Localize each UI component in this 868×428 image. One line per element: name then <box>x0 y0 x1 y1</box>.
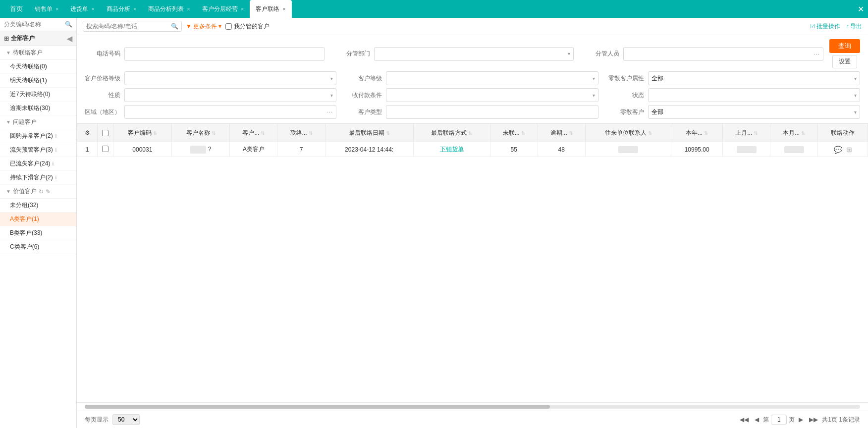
payment-select[interactable]: ▾ <box>386 88 598 102</box>
nav-product-analysis-list[interactable]: 商品分析列表 × <box>142 0 196 18</box>
sidebar-item-class-c[interactable]: C类客户(6) <box>0 240 76 254</box>
close-customer-segment-tab[interactable]: × <box>241 6 244 12</box>
close-customer-contact-tab[interactable]: × <box>282 6 285 12</box>
sidebar-item-tomorrow-pending[interactable]: 明天待联络(1) <box>0 74 76 88</box>
filter-row-4: 区域（地区） ··· 客户类型 零散客户 全部 ▾ <box>85 105 860 119</box>
row-overdue: 48 <box>538 142 585 157</box>
row-checkbox[interactable] <box>102 146 108 152</box>
sidebar-item-today-pending[interactable]: 今天待联络(0) <box>0 60 76 74</box>
sidebar-item-churn-warning[interactable]: 流失预警客户(3) ℹ <box>0 143 76 157</box>
col-customer-code[interactable]: 客户编码⇅ <box>113 124 172 142</box>
sidebar-search-icon[interactable]: 🔍 <box>65 21 72 28</box>
pagination-bar: 每页显示 50 100 200 ◀◀ ◀ 第 页 ▶ ▶▶ 共1页 1条记录 <box>77 411 868 428</box>
sidebar-item-class-a[interactable]: A类客户(1) <box>0 213 76 226</box>
edit-icon[interactable]: ✎ <box>46 188 51 195</box>
sidebar-item-unclassified[interactable]: 未分组(32) <box>0 199 76 213</box>
col-uncontacted[interactable]: 未联...⇅ <box>490 124 538 142</box>
next-page-btn[interactable]: ▶ <box>797 415 805 424</box>
sidebar-item-7days-pending[interactable]: 近7天待联络(0) <box>0 88 76 102</box>
grid-icon: ⊞ <box>4 35 9 42</box>
sidebar-item-churned[interactable]: 已流失客户(24) ℹ <box>0 157 76 171</box>
sidebar-item-class-b[interactable]: B类客户(33) <box>0 226 76 240</box>
col-this-month[interactable]: 本月...⇅ <box>770 124 818 142</box>
col-last-month[interactable]: 上月...⇅ <box>723 124 770 142</box>
sidebar-search-input[interactable] <box>4 21 65 28</box>
col-contact-count[interactable]: 联络...⇅ <box>277 124 325 142</box>
my-customers-checkbox[interactable] <box>225 23 232 30</box>
contact-icon[interactable]: 💬 <box>834 146 842 154</box>
region-select[interactable]: ··· <box>124 105 336 119</box>
content-area: 🔍 ▼ 更多条件 ▾ 我分管的客户 ☑ 批量操作 ↑ 导出 <box>77 18 868 428</box>
sidebar-item-overdue-pending[interactable]: 逾期未联络(30) <box>0 102 76 115</box>
close-product-analysis-list-tab[interactable]: × <box>187 6 190 12</box>
sort-icon3: ⇅ <box>261 130 265 136</box>
settings-button[interactable]: 设置 <box>832 55 857 68</box>
refresh-icon[interactable]: ↻ <box>39 188 44 195</box>
sidebar-all-customers[interactable]: ⊞ 全部客户 ◀ <box>0 31 76 46</box>
col-last-date[interactable]: 最后联络日期⇅ <box>325 124 413 142</box>
more-action-icon[interactable]: ⊞ <box>846 146 852 154</box>
col-settings[interactable]: ⚙ <box>77 124 98 142</box>
nav-customer-contact[interactable]: 客户联络 × <box>250 0 291 18</box>
person-select[interactable]: ··· <box>623 47 823 61</box>
col-customer-name[interactable]: 客户名称⇅ <box>171 124 230 142</box>
prev-page-btn[interactable]: ◀ <box>753 415 761 424</box>
toolbar-search-input[interactable] <box>86 23 171 30</box>
nav-sales[interactable]: 销售单 × <box>29 0 64 18</box>
toolbar-search-icon[interactable]: 🔍 <box>171 23 178 30</box>
nature-select[interactable]: ▾ <box>124 88 336 102</box>
col-overdue[interactable]: 逾期...⇅ <box>538 124 585 142</box>
batch-op-btn[interactable]: ☑ 批量操作 <box>810 22 840 31</box>
toolbar-filter-btn[interactable]: ▼ 更多条件 ▾ <box>186 22 221 31</box>
col-year-amount[interactable]: 本年...⇅ <box>671 124 723 142</box>
retail-customer-select[interactable]: 全部 ▾ <box>648 105 860 119</box>
col-customer-type[interactable]: 客户...⇅ <box>230 124 277 142</box>
ellipsis-icon2: ··· <box>326 108 333 115</box>
sort-icon9: ⇅ <box>648 130 652 136</box>
row-code: 000031 <box>113 142 172 157</box>
my-customers-checkbox-area[interactable]: 我分管的客户 <box>225 22 270 31</box>
customer-level-select[interactable]: ▾ <box>386 71 598 85</box>
sidebar-item-abnormal-repurchase[interactable]: 回购异常客户(2) ℹ <box>0 129 76 143</box>
sidebar-group-problem[interactable]: ▼ 问题客户 <box>0 115 76 129</box>
sidebar-group-pending[interactable]: ▼ 待联络客户 <box>0 46 76 60</box>
close-purchase-tab[interactable]: × <box>91 6 94 12</box>
nav-customer-segment[interactable]: 客户分层经营 × <box>196 0 250 18</box>
query-button[interactable]: 查询 <box>829 39 860 53</box>
retail-attr-select[interactable]: 全部 ▾ <box>648 71 860 85</box>
customer-type-input[interactable] <box>386 105 598 119</box>
sidebar-collapse-icon[interactable]: ◀ <box>67 35 72 43</box>
nav-product-analysis[interactable]: 商品分析 × <box>101 0 142 18</box>
col-partner-contact[interactable]: 往来单位联系人⇅ <box>585 124 671 142</box>
close-window-button[interactable]: ✕ <box>858 4 864 14</box>
filter-person: 分管人员 ··· <box>584 47 823 61</box>
scrollbar-thumb[interactable] <box>85 405 550 409</box>
toolbar: 🔍 ▼ 更多条件 ▾ 我分管的客户 ☑ 批量操作 ↑ 导出 <box>77 18 868 35</box>
filter-dept: 分管部门 ▾ <box>334 47 574 61</box>
chevron-down-icon5: ▾ <box>330 93 333 98</box>
export-btn[interactable]: ↑ 导出 <box>846 22 862 31</box>
page-size-select[interactable]: 50 100 200 <box>112 414 140 425</box>
close-sales-tab[interactable]: × <box>55 6 58 12</box>
page-number-input[interactable] <box>771 415 787 425</box>
scrollbar-track[interactable] <box>85 405 860 409</box>
col-last-method[interactable]: 最后联络方式⇅ <box>413 124 490 142</box>
filter-nature: 性质 ▾ <box>85 88 336 102</box>
nav-home[interactable]: 首页 <box>4 0 29 18</box>
select-all-checkbox[interactable] <box>102 130 108 136</box>
phone-input[interactable] <box>124 47 325 61</box>
ellipsis-icon: ··· <box>814 51 820 57</box>
first-page-btn[interactable]: ◀◀ <box>738 415 751 424</box>
filter-icon: ▼ <box>186 23 192 30</box>
filter-action-btns: 查询 设置 <box>829 39 860 68</box>
sidebar-group-value[interactable]: ▼ 价值客户 ↻ ✎ <box>0 185 76 199</box>
close-product-analysis-tab[interactable]: × <box>133 6 136 12</box>
dept-select[interactable]: ▾ <box>374 47 574 61</box>
nav-purchase[interactable]: 进货单 × <box>64 0 100 18</box>
price-level-select[interactable]: ▾ <box>124 71 336 85</box>
last-page-btn[interactable]: ▶▶ <box>807 415 820 424</box>
sidebar-item-declining[interactable]: 持续下滑客户(2) ℹ <box>0 171 76 185</box>
row-last-method[interactable]: 下销货单 <box>413 142 490 157</box>
row-checkbox-cell <box>98 142 113 157</box>
status-select[interactable]: ▾ <box>648 88 860 102</box>
